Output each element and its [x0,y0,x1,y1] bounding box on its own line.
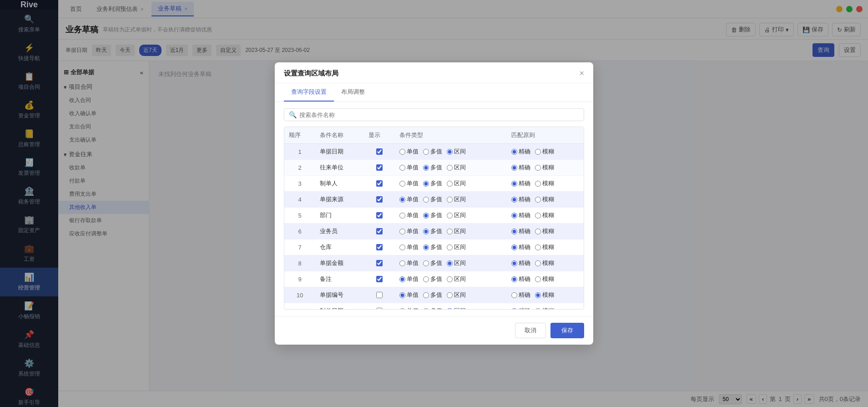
cond-type-option[interactable]: 多值 [423,291,442,299]
match-rule-option[interactable]: 精确 [511,179,530,188]
match-rule-option[interactable]: 模糊 [535,148,554,156]
cond-type-option[interactable]: 多值 [423,259,442,267]
match-rule-option[interactable]: 模糊 [535,195,554,204]
display-checkbox[interactable] [376,276,383,282]
match-rule-option[interactable]: 模糊 [535,291,554,299]
display-checkbox[interactable] [376,292,383,298]
condition-search-box: 🔍 [284,108,584,121]
table-row: 7仓库单值多值区间精确模糊 [284,239,584,255]
cond-type-option[interactable]: 单值 [399,148,419,156]
row-order: 6 [284,224,315,239]
condition-search-icon: 🔍 [289,111,297,118]
cond-type-option[interactable]: 多值 [423,243,442,251]
th-display: 显示 [364,127,395,144]
match-rule-option[interactable]: 精确 [511,148,530,156]
cond-type-option[interactable]: 单值 [399,195,419,204]
match-rule-option[interactable]: 精确 [511,275,530,283]
cond-type-option[interactable]: 多值 [423,148,442,156]
match-rule-option[interactable]: 精确 [511,243,530,251]
dialog-body: 🔍 顺序 条件名称 显示 条件类型 匹配原则 1单据日期 [275,102,593,310]
match-rule-option[interactable]: 精确 [511,259,530,267]
save-confirm-button[interactable]: 保存 [550,323,584,338]
display-checkbox[interactable] [376,228,383,234]
match-rule-option[interactable]: 精确 [511,195,530,204]
display-checkbox[interactable] [376,196,383,203]
condition-search-input[interactable] [299,112,579,118]
cond-type-option[interactable]: 单值 [399,307,419,310]
match-rule-option[interactable]: 模糊 [535,259,554,267]
cond-type-option[interactable]: 区间 [447,275,466,283]
display-checkbox[interactable] [376,180,383,187]
cond-type-option[interactable]: 单值 [399,243,419,251]
cond-type-option[interactable]: 区间 [447,291,466,299]
cond-type-option[interactable]: 区间 [447,163,466,172]
row-name: 业务员 [315,224,364,239]
cond-type-option[interactable]: 区间 [447,179,466,188]
cond-type-option[interactable]: 多值 [423,275,442,283]
row-name: 仓库 [315,239,364,255]
cond-type-option[interactable]: 多值 [423,307,442,310]
match-rule-option[interactable]: 模糊 [535,243,554,251]
cond-type-option[interactable]: 区间 [447,243,466,251]
table-row: 6业务员单值多值区间精确模糊 [284,224,584,239]
settings-table-header: 顺序 条件名称 显示 条件类型 匹配原则 [284,127,584,144]
row-order: 8 [284,255,315,271]
cond-type-option[interactable]: 区间 [447,211,466,219]
cond-type-option[interactable]: 多值 [423,179,442,188]
cond-type-option[interactable]: 区间 [447,307,466,310]
row-name: 备注 [315,271,364,287]
dialog-tabs: 查询字段设置 布局调整 [275,83,593,102]
table-row: 1单据日期单值多值区间精确模糊 [284,144,584,160]
cond-type-option[interactable]: 区间 [447,148,466,156]
display-checkbox[interactable] [376,164,383,171]
display-checkbox[interactable] [376,148,383,155]
cond-type-option[interactable]: 单值 [399,211,419,219]
th-cond-type: 条件类型 [395,127,507,144]
dialog-header: 设置查询区域布局 × [275,62,593,83]
match-rule-option[interactable]: 模糊 [535,211,554,219]
match-rule-option[interactable]: 模糊 [535,179,554,188]
match-rule-option[interactable]: 精确 [511,227,530,235]
modal-overlay: 设置查询区域布局 × 查询字段设置 布局调整 🔍 顺序 条件 [0,0,868,407]
match-rule-option[interactable]: 精确 [511,163,530,172]
row-order: 9 [284,271,315,287]
match-rule-option[interactable]: 模糊 [535,275,554,283]
cancel-button[interactable]: 取消 [515,323,546,338]
display-checkbox[interactable] [376,244,383,250]
match-rule-option[interactable]: 模糊 [535,163,554,172]
dialog-tab-layout[interactable]: 布局调整 [334,83,372,102]
dialog-tab-fields[interactable]: 查询字段设置 [284,83,334,102]
display-checkbox[interactable] [376,212,383,219]
settings-table: 顺序 条件名称 显示 条件类型 匹配原则 1单据日期单值多值区间精确模糊2往来单… [284,127,584,310]
match-rule-option[interactable]: 精确 [511,307,530,310]
cond-type-option[interactable]: 单值 [399,163,419,172]
row-order: 7 [284,239,315,255]
cond-type-option[interactable]: 单值 [399,259,419,267]
cond-type-option[interactable]: 多值 [423,195,442,204]
th-match-rule: 匹配原则 [507,127,584,144]
cond-type-option[interactable]: 单值 [399,275,419,283]
display-checkbox[interactable] [376,260,383,266]
cond-type-option[interactable]: 区间 [447,227,466,235]
match-rule-option[interactable]: 模糊 [535,307,554,310]
cond-type-option[interactable]: 单值 [399,291,419,299]
table-row: 5部门单值多值区间精确模糊 [284,208,584,224]
display-checkbox[interactable] [376,308,383,310]
dialog-close-button[interactable]: × [579,69,584,78]
table-row: 2往来单位单值多值区间精确模糊 [284,160,584,176]
dialog-title: 设置查询区域布局 [284,69,338,78]
cond-type-option[interactable]: 区间 [447,259,466,267]
cond-type-option[interactable]: 多值 [423,163,442,172]
cond-type-option[interactable]: 单值 [399,179,419,188]
row-name: 单据日期 [315,144,364,160]
cond-type-option[interactable]: 多值 [423,211,442,219]
match-rule-option[interactable]: 模糊 [535,227,554,235]
cond-type-option[interactable]: 多值 [423,227,442,235]
cond-type-option[interactable]: 单值 [399,227,419,235]
row-name: 单据编号 [315,287,364,303]
row-order: 5 [284,208,315,224]
cond-type-option[interactable]: 区间 [447,195,466,204]
table-row: 10单据编号单值多值区间精确模糊 [284,287,584,303]
match-rule-option[interactable]: 精确 [511,291,530,299]
match-rule-option[interactable]: 精确 [511,211,530,219]
